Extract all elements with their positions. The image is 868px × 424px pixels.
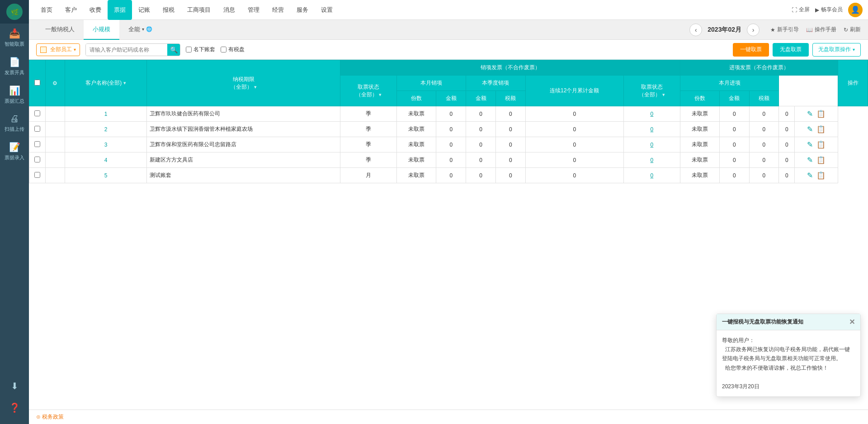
nav-billing[interactable]: 收费 xyxy=(83,0,108,20)
checkbox-name-account[interactable]: 名下账套 xyxy=(186,46,215,53)
sidebar-item-download[interactable]: ⬇ xyxy=(0,377,29,395)
sidebar-item-issue-invoice[interactable]: 📄 发票开具 xyxy=(0,52,29,81)
tax-policy-link[interactable]: ⊙ 税务政策 xyxy=(36,413,64,421)
row-checkbox[interactable] xyxy=(34,141,40,147)
edit-icon[interactable]: ✎ xyxy=(807,140,813,149)
table-row: 2 卫辉市汲水镇下园涧香烟管木种植家庭农场 季 未取票 0 0 0 0 0 未取… xyxy=(29,122,868,137)
edit-icon[interactable]: ✎ xyxy=(807,125,813,133)
nav-customer[interactable]: 客户 xyxy=(59,0,83,20)
member-icon: ▶ xyxy=(815,7,819,13)
row-sales-12month[interactable]: 0 xyxy=(623,152,680,168)
sidebar-item-scan-upload[interactable]: 🖨 扫描上传 xyxy=(0,109,29,137)
copy-icon[interactable]: 📋 xyxy=(816,110,826,118)
search-button[interactable]: 🔍 xyxy=(167,43,180,56)
sidebar: 🌿 📥 智能取票 📄 发票开具 📊 票据汇总 🖨 扫描上传 📝 票据录入 ⬇ ❓ xyxy=(0,0,29,424)
row-input-monthly-amount: 0 xyxy=(749,122,779,137)
member-btn[interactable]: ▶ 畅享会员 xyxy=(815,6,843,14)
row-customer-name: 卫辉市保和堂医药有限公司忠留路店 xyxy=(147,137,340,152)
edit-icon[interactable]: ✎ xyxy=(807,110,813,118)
tab-all[interactable]: 全能 ▾ 🌐 xyxy=(119,20,161,40)
fullscreen-icon: ⛶ xyxy=(792,7,797,13)
row-checkbox[interactable] xyxy=(34,126,40,132)
nav-biz-project[interactable]: 工商项目 xyxy=(181,0,217,20)
sidebar-label-data-entry: 票据录入 xyxy=(5,154,24,161)
avatar[interactable]: 👤 xyxy=(848,3,863,17)
nav-bookkeeping[interactable]: 记账 xyxy=(132,0,156,20)
nav-message[interactable]: 消息 xyxy=(217,0,241,20)
nav-operation[interactable]: 经营 xyxy=(266,0,290,20)
row-sales-12month[interactable]: 0 xyxy=(623,137,680,152)
row-input-fetch-status: 未取票 xyxy=(680,137,719,152)
new-guide-btn[interactable]: ★ 新手引导 xyxy=(770,26,799,33)
select-all-checkbox[interactable] xyxy=(34,80,40,86)
copy-icon[interactable]: 📋 xyxy=(816,156,826,164)
checkbox-has-tax-disk[interactable]: 有税盘 xyxy=(221,46,245,53)
refresh-label: 刷新 xyxy=(850,26,861,33)
sidebar-item-smart-fetch[interactable]: 📥 智能取票 xyxy=(0,24,29,52)
row-input-monthly-count: 0 xyxy=(719,152,749,168)
nav-tax[interactable]: 报税 xyxy=(156,0,181,20)
row-sales-quarterly-tax: 0 xyxy=(525,137,623,152)
copy-icon[interactable]: 📋 xyxy=(816,171,826,180)
sidebar-item-invoice-summary[interactable]: 📊 票据汇总 xyxy=(0,81,29,109)
row-customer-name: 测试账套 xyxy=(147,168,340,183)
name-account-checkbox[interactable] xyxy=(186,47,192,52)
employee-select[interactable]: 全部员工 ▾ xyxy=(36,43,80,56)
sidebar-item-data-entry[interactable]: 📝 票据录入 xyxy=(0,137,29,166)
manual-btn[interactable]: 📖 操作手册 xyxy=(806,26,836,33)
refresh-btn[interactable]: ↻ 刷新 xyxy=(844,26,861,33)
has-tax-disk-label: 有税盘 xyxy=(228,46,245,53)
copy-icon[interactable]: 📋 xyxy=(816,140,826,149)
topnav: 首页 客户 收费 票据 记账 报税 工商项目 消息 管理 经营 服务 设置 ⛶ … xyxy=(29,0,868,20)
edit-icon[interactable]: ✎ xyxy=(807,171,813,180)
data-entry-icon: 📝 xyxy=(9,142,20,152)
fullscreen-btn[interactable]: ⛶ 全屏 xyxy=(792,6,810,14)
copy-icon[interactable]: 📋 xyxy=(816,125,826,133)
one-key-fetch-btn[interactable]: 一键取票 xyxy=(733,43,769,57)
no-disk-ops-btn[interactable]: 无盘取票操作 ▾ xyxy=(812,43,861,57)
edit-icon[interactable]: ✎ xyxy=(807,156,813,164)
name-account-label: 名下账套 xyxy=(193,46,215,53)
tax-period-filter-icon[interactable]: ▾ xyxy=(254,84,257,90)
row-input-fetch-status: 未取票 xyxy=(680,168,719,183)
period-next-btn[interactable]: › xyxy=(747,24,760,36)
row-sales-quarterly-amount: 0 xyxy=(495,152,525,168)
nav-invoice[interactable]: 票据 xyxy=(108,0,132,20)
customer-filter-icon[interactable]: ▾ xyxy=(123,80,126,86)
manual-label: 操作手册 xyxy=(815,26,836,33)
row-sales-12month[interactable]: 0 xyxy=(623,122,680,137)
nav-manage[interactable]: 管理 xyxy=(241,0,266,20)
sidebar-item-help[interactable]: ❓ xyxy=(0,399,29,417)
search-input[interactable] xyxy=(86,44,167,56)
sales-status-filter-icon[interactable]: ▾ xyxy=(379,92,382,97)
row-checkbox-cell xyxy=(29,137,46,152)
row-config-cell xyxy=(46,122,65,137)
manual-icon: 📖 xyxy=(806,27,813,33)
row-checkbox[interactable] xyxy=(34,110,40,116)
period-prev-btn[interactable]: ‹ xyxy=(689,24,702,36)
row-sales-monthly-amount: 0 xyxy=(466,168,496,183)
row-sales-fetch-status: 未取票 xyxy=(397,122,436,137)
nav-settings[interactable]: 设置 xyxy=(315,0,339,20)
row-checkbox[interactable] xyxy=(34,157,40,162)
no-disk-ops-label: 无盘取票操作 xyxy=(818,46,851,53)
row-sales-12month[interactable]: 0 xyxy=(623,106,680,122)
row-checkbox[interactable] xyxy=(34,172,40,178)
input-status-filter-icon[interactable]: ▾ xyxy=(662,92,665,97)
row-sales-monthly-amount: 0 xyxy=(466,152,496,168)
config-icon[interactable]: ⚙ xyxy=(52,80,57,86)
row-sales-12month[interactable]: 0 xyxy=(623,168,680,183)
nav-service[interactable]: 服务 xyxy=(290,0,315,20)
th-sales-fetch-status: 取票状态（全部） ▾ xyxy=(340,76,397,106)
tab-small-scale[interactable]: 小规模 xyxy=(84,20,119,40)
employee-select-label: 全部员工 xyxy=(50,46,72,53)
row-input-monthly-count: 0 xyxy=(719,168,749,183)
search-box: 🔍 xyxy=(85,43,180,56)
has-tax-disk-checkbox[interactable] xyxy=(221,47,226,52)
row-actions-cell: ✎ 📋 xyxy=(795,106,838,122)
notification-close-btn[interactable]: ✕ xyxy=(849,318,855,326)
tab-general-taxpayer[interactable]: 一般纳税人 xyxy=(36,20,84,40)
nav-home[interactable]: 首页 xyxy=(34,0,59,20)
no-disk-fetch-btn[interactable]: 无盘取票 xyxy=(773,43,809,57)
row-sales-monthly-count: 0 xyxy=(436,168,466,183)
